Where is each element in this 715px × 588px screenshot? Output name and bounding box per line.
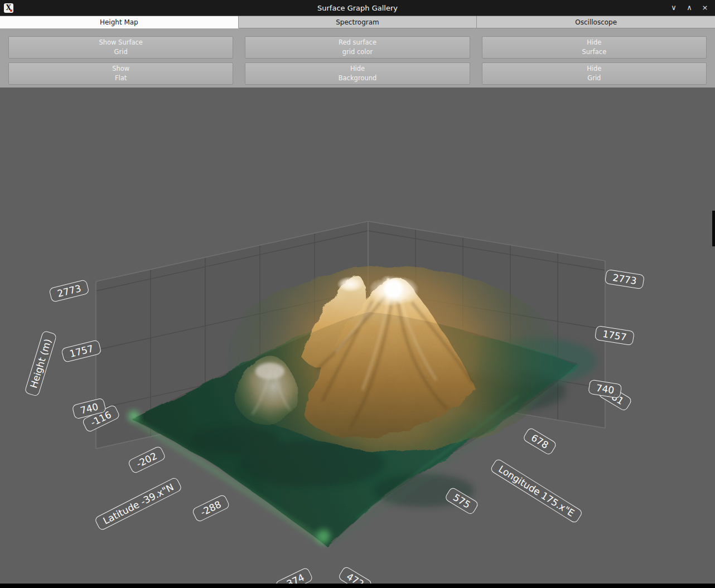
tab-oscilloscope[interactable]: Oscilloscope [477, 16, 715, 28]
hide-background-button[interactable]: Hide Background [245, 62, 470, 85]
app-icon-letter: X [6, 4, 11, 12]
button-label-line1: Show [112, 64, 129, 74]
control-panel: Show Surface Grid Red surface grid color… [0, 28, 715, 88]
chevron-down-button[interactable]: ∨ [668, 2, 679, 13]
window-right-edge-notch [712, 211, 715, 246]
button-label-line1: Red surface [339, 38, 376, 47]
window-bottom-edge [0, 584, 715, 588]
hide-grid-button[interactable]: Hide Grid [482, 62, 707, 85]
window-title: Surface Graph Gallery [0, 4, 715, 12]
button-label-line2: Flat [115, 74, 127, 83]
toggle-surface-grid-button[interactable]: Show Surface Grid [8, 36, 233, 59]
show-flat-button[interactable]: Show Flat [8, 62, 233, 85]
title-bar: X Surface Graph Gallery ∨ ∧ × [0, 0, 715, 16]
button-label-line1: Hide [350, 64, 365, 74]
button-label-line1: Show Surface [99, 38, 143, 47]
button-label-line2: Surface [582, 47, 606, 57]
button-label-line2: Grid [587, 74, 601, 83]
chevron-up-button[interactable]: ∧ [684, 2, 695, 13]
surface-plot-view[interactable]: -116 781 2773 1757 740 2773 1757 740 -20… [0, 88, 715, 584]
tab-height-map[interactable]: Height Map [0, 16, 239, 28]
button-label-line1: Hide [587, 38, 601, 47]
window-controls: ∨ ∧ × [668, 2, 711, 13]
tab-bar: Height Map Spectrogram Oscilloscope [0, 16, 715, 28]
button-label-line2: Background [339, 74, 377, 83]
button-label-line2: grid color [342, 47, 373, 57]
button-label-line1: Hide [587, 64, 601, 74]
snow-cap-secondary [337, 276, 364, 292]
hide-surface-button[interactable]: Hide Surface [482, 36, 707, 59]
surface-grid-color-button[interactable]: Red surface grid color [245, 36, 470, 59]
app-icon: X [4, 3, 13, 13]
button-label-line2: Grid [114, 47, 128, 57]
tab-spectrogram[interactable]: Spectrogram [239, 16, 477, 28]
close-button[interactable]: × [699, 2, 711, 13]
